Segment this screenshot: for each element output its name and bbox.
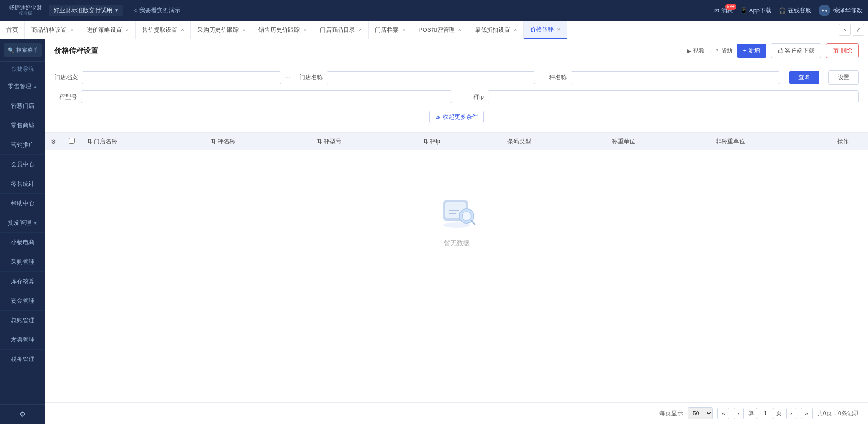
scale-name-input[interactable] bbox=[571, 71, 780, 84]
close-tab-store-archive[interactable]: × bbox=[402, 27, 405, 33]
close-tab-sale-extract[interactable]: × bbox=[181, 27, 184, 33]
version-selector[interactable]: 好业财标准版交付试用 ▾ bbox=[49, 5, 123, 16]
th-weight-unit: 称重单位 bbox=[606, 133, 710, 150]
tab-purchase-strategy[interactable]: 进价策略设置 × bbox=[80, 21, 136, 39]
online-service-button[interactable]: 🎧 在线客服 bbox=[779, 6, 811, 14]
sidebar-item-member[interactable]: 会员中心 bbox=[0, 155, 45, 174]
tab-store-archive[interactable]: 门店档案 × bbox=[369, 21, 412, 39]
page-header: 价格传秤设置 ▶ 视频 | ? 帮助 + 新增 凸 客户端下载 bbox=[45, 39, 868, 63]
query-button[interactable]: 查询 bbox=[789, 71, 819, 84]
sidebar-item-nav: 快捷导航 bbox=[0, 62, 45, 77]
help-link[interactable]: ? 帮助 bbox=[715, 47, 732, 55]
add-button[interactable]: + 新增 bbox=[737, 44, 766, 58]
next-page-button[interactable]: › bbox=[786, 408, 796, 419]
sidebar-item-purchase[interactable]: 采购管理 bbox=[0, 252, 45, 272]
tab-pos-manage[interactable]: POS加密管理 × bbox=[412, 21, 468, 39]
maximize-tab-button[interactable]: ⤢ bbox=[853, 24, 864, 36]
sidebar-item-retail-stats[interactable]: 零售统计 bbox=[0, 174, 45, 194]
sidebar-item-finance[interactable]: 资金管理 bbox=[0, 291, 45, 311]
close-tab-min-discount[interactable]: × bbox=[514, 27, 517, 33]
close-all-tabs-button[interactable]: × bbox=[839, 24, 851, 36]
sidebar-search: 🔍 搜索菜单 bbox=[0, 39, 45, 62]
store-archive-input[interactable] bbox=[82, 71, 281, 84]
th-scale-name: ⇅ 秤名称 bbox=[205, 133, 312, 150]
th-settings[interactable]: ⚙ bbox=[45, 133, 63, 150]
th-scale-ip: ⇅ 秤ip bbox=[418, 133, 502, 150]
th-scale-model: ⇅ 秤型号 bbox=[312, 133, 418, 150]
select-all-checkbox[interactable] bbox=[69, 138, 75, 144]
search-row-2: 秤型号 秤ip bbox=[54, 90, 859, 103]
prev-page-button[interactable]: ‹ bbox=[734, 408, 744, 419]
close-tab-pos-manage[interactable]: × bbox=[458, 27, 462, 33]
tab-min-discount[interactable]: 最低折扣设置 × bbox=[468, 21, 524, 39]
tab-home[interactable]: 首页 bbox=[0, 21, 25, 39]
per-page-select[interactable]: 10 20 50 100 bbox=[688, 407, 713, 419]
page-unit: 页 bbox=[776, 410, 782, 418]
store-name-label: 门店名称 bbox=[299, 73, 323, 82]
sidebar-item-smart-store[interactable]: 智慧门店 bbox=[0, 96, 45, 116]
video-link[interactable]: ▶ 视频 bbox=[687, 47, 705, 55]
top-bar-right: ✉ 消息 99+ 📱 App下载 🎧 在线客服 Ea 徐泽华修改 bbox=[714, 5, 863, 16]
tab-price-setting[interactable]: 商品价格设置 × bbox=[25, 21, 80, 39]
sidebar-item-invoice[interactable]: 发票管理 bbox=[0, 330, 45, 350]
sidebar-item-retail-mall[interactable]: 零售商城 bbox=[0, 116, 45, 135]
tab-price-scale[interactable]: 价格传秤 × bbox=[524, 21, 567, 39]
sidebar-item-help[interactable]: 帮助中心 bbox=[0, 194, 45, 213]
logo-area: 畅捷通好业财 标准版 bbox=[5, 5, 45, 16]
client-download-button[interactable]: 凸 客户端下载 bbox=[771, 43, 822, 58]
sidebar: 🔍 搜索菜单 快捷导航 零售管理 ▲ 智慧门店 零售商城 营销推广 会员中心 bbox=[0, 39, 45, 424]
collapse-bar: ∧ ∧ 收起更多条件 bbox=[54, 109, 859, 125]
store-archive-ellipsis-icon[interactable]: ··· bbox=[285, 74, 290, 81]
close-tab-purchase-strategy[interactable]: × bbox=[126, 27, 129, 33]
th-barcode-type: 条码类型 bbox=[502, 133, 606, 150]
user-area[interactable]: Ea 徐泽华修改 bbox=[819, 5, 863, 16]
sidebar-settings-icon[interactable]: ⚙ bbox=[20, 410, 26, 419]
sidebar-item-retail-manage[interactable]: 零售管理 ▲ bbox=[0, 77, 45, 96]
sidebar-item-marketing[interactable]: 营销推广 bbox=[0, 135, 45, 155]
close-tab-price-scale[interactable]: × bbox=[557, 26, 561, 33]
delete-button[interactable]: 亩 删除 bbox=[826, 43, 859, 58]
top-bar-left: 畅捷通好业财 标准版 好业财标准版交付试用 ▾ ○ 我要看实例演示 bbox=[5, 5, 180, 16]
tab-bar: 首页 商品价格设置 × 进价策略设置 × 售价提取设置 × 采购历史价跟踪 × … bbox=[0, 21, 868, 39]
demo-link[interactable]: ○ 我要看实例演示 bbox=[134, 6, 180, 14]
close-tab-sale-history[interactable]: × bbox=[303, 27, 307, 33]
wholesale-arrow-icon: ▼ bbox=[33, 221, 38, 226]
close-tab-purchase-history[interactable]: × bbox=[242, 27, 245, 33]
close-tab-price-setting[interactable]: × bbox=[70, 27, 73, 33]
app-download-button[interactable]: 📱 App下载 bbox=[740, 6, 771, 14]
th-non-weight-unit: 非称重单位 bbox=[710, 133, 832, 150]
svg-point-4 bbox=[462, 212, 471, 221]
sidebar-search-button[interactable]: 🔍 搜索菜单 bbox=[4, 43, 42, 57]
collapse-button[interactable]: ∧ ∧ 收起更多条件 bbox=[429, 111, 484, 123]
first-page-button[interactable]: « bbox=[717, 408, 729, 419]
message-button[interactable]: ✉ 消息 99+ bbox=[714, 6, 733, 14]
sidebar-item-ecommerce[interactable]: 小畅电商 bbox=[0, 233, 45, 252]
tab-store-catalog[interactable]: 门店商品目录 × bbox=[313, 21, 369, 39]
logo-text: 畅捷通好业财 标准版 bbox=[9, 5, 42, 16]
empty-text: 暂无数据 bbox=[444, 239, 469, 247]
page-input-wrap: 算 页 bbox=[748, 408, 782, 419]
sidebar-item-inventory[interactable]: 库存核算 bbox=[0, 272, 45, 291]
tab-purchase-history[interactable]: 采购历史价跟踪 × bbox=[191, 21, 252, 39]
empty-icon bbox=[434, 187, 479, 232]
sidebar-item-ledger[interactable]: 总账管理 bbox=[0, 311, 45, 330]
sidebar-item-wholesale[interactable]: 批发管理 ▼ bbox=[0, 213, 45, 233]
scale-model-label: 秤型号 bbox=[54, 93, 77, 101]
scale-model-input[interactable] bbox=[81, 90, 452, 103]
scale-name-label: 秤名称 bbox=[544, 73, 567, 82]
main-content: 价格传秤设置 ▶ 视频 | ? 帮助 + 新增 凸 客户端下载 bbox=[45, 39, 868, 424]
tab-controls: × ⤢ bbox=[835, 24, 868, 36]
tab-sale-history[interactable]: 销售历史价跟踪 × bbox=[252, 21, 313, 39]
page-actions: ▶ 视频 | ? 帮助 + 新增 凸 客户端下载 亩 删除 bbox=[687, 43, 859, 58]
store-name-input[interactable] bbox=[327, 71, 535, 84]
tab-sale-extract[interactable]: 售价提取设置 × bbox=[136, 21, 191, 39]
table-header-row: ⚙ ⇅ 门店名称 ⇅ 秤名称 ⇅ 秤型号 ⇅ 秤ip 条码类型 称重单位 非称重… bbox=[45, 133, 868, 150]
scale-model-field: 秤型号 bbox=[54, 90, 452, 103]
page-number-input[interactable] bbox=[756, 408, 774, 419]
close-tab-store-catalog[interactable]: × bbox=[359, 27, 362, 33]
scale-ip-input[interactable] bbox=[488, 90, 859, 103]
last-page-button[interactable]: » bbox=[801, 408, 812, 419]
sidebar-item-tax[interactable]: 税务管理 bbox=[0, 350, 45, 369]
th-checkbox[interactable] bbox=[63, 133, 82, 150]
settings-query-button[interactable]: 设置 bbox=[828, 70, 859, 85]
